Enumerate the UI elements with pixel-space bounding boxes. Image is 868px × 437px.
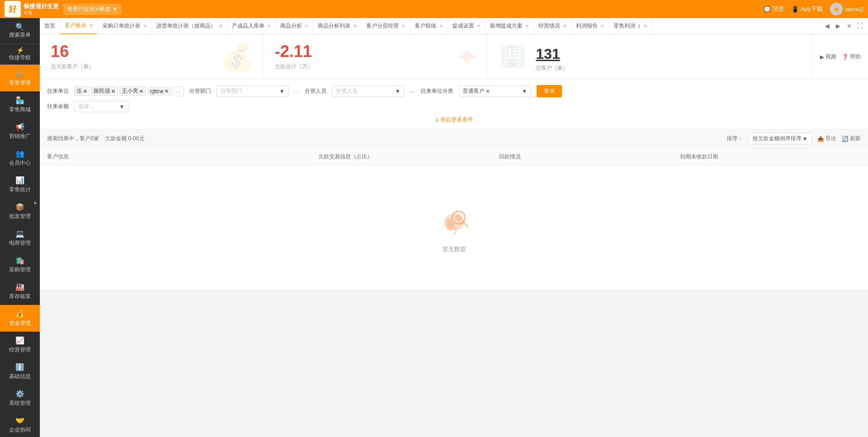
main-content: 💰 16 总欠款客户（家） ✦ -2.11 欠款合计（万）: [40, 34, 868, 437]
sidebar: 🔍 搜索菜单 ⚡ 快捷导航 🛒 零售管理 🏪 零售商城 📢 营销推广 👥: [0, 18, 40, 437]
purchase-mgmt-icon: 🛍️: [15, 256, 24, 265]
empty-text: 暂无数据: [442, 245, 466, 253]
download-btn[interactable]: 📱 App下载: [791, 5, 823, 13]
tab-close-business-status[interactable]: ✕: [563, 24, 566, 28]
tab-reminder-settings[interactable]: 提成设置 ✕: [448, 18, 485, 34]
tab-close-reminder-settings[interactable]: ✕: [477, 24, 480, 28]
unit-tag-wu-close[interactable]: ✕: [83, 88, 87, 95]
tab-close-purchase-order-stats[interactable]: ✕: [143, 24, 147, 28]
unit-tag-wang-close[interactable]: ✕: [139, 88, 144, 95]
tab-close-product-analysis-list[interactable]: ✕: [353, 24, 357, 28]
system-mgmt-icon: ⚙️: [15, 390, 24, 398]
tab-home[interactable]: 首页: [40, 18, 60, 34]
tab-stock-stats[interactable]: 进货单统计表（按商品） ✕: [152, 18, 227, 34]
tab-close-customer-balance[interactable]: ✕: [89, 23, 93, 28]
export-btn[interactable]: 📤 导出: [817, 135, 836, 142]
sidebar-item-inventory[interactable]: 🏭 库存核算: [0, 278, 40, 305]
dept-filter-select[interactable]: 分管部门 ▼: [216, 86, 289, 97]
tab-retail-profit[interactable]: 零售利润（ ✕: [609, 18, 652, 34]
tab-product-analysis[interactable]: 商品分析 ✕: [276, 18, 313, 34]
debt-bg-icon: ✦: [456, 41, 478, 73]
sidebar-search[interactable]: 🔍 搜索菜单: [0, 18, 40, 44]
video-btn[interactable]: ▶ 视频: [820, 53, 836, 61]
tab-business-status[interactable]: 经营情况 ✕: [534, 18, 571, 34]
tab-profit-report[interactable]: 利润报告 ✕: [571, 18, 609, 34]
sidebar-item-marketing[interactable]: 📢 营销推广: [0, 118, 40, 145]
sidebar-item-basic-info[interactable]: ℹ️ 基础信息: [0, 358, 40, 385]
sidebar-item-purchase-mgmt[interactable]: 🛍️ 采购管理: [0, 252, 40, 278]
collapse-btn[interactable]: ∧ 收起更多条件: [435, 116, 473, 124]
refresh-btn[interactable]: 🔄 刷新: [842, 135, 861, 142]
stat-card-total-debt: ✦ -2.11 欠款合计（万）: [264, 34, 488, 79]
tabs-close-all-btn[interactable]: ✕: [844, 22, 854, 31]
filter-row-1: 往来单位 伍 ✕ 陈民强 ✕ 王小亮: [47, 85, 861, 97]
table-col-repayment: 回款情况: [499, 153, 680, 161]
sidebar-item-ecommerce[interactable]: 💻 电商管理: [0, 225, 40, 252]
user-area[interactable]: 😊 demo2: [830, 3, 863, 15]
person-filter-dots[interactable]: ···: [410, 88, 415, 95]
unit-tag-cjttcw: cjttcw ✕: [148, 87, 171, 95]
collapse-row: ∧ 收起更多条件: [47, 116, 861, 124]
tab-customer-balance[interactable]: 客户账本 ✕: [60, 18, 98, 34]
unit-tag-wu: 伍 ✕: [74, 86, 90, 96]
unit-tag-cjttcw-close[interactable]: ✕: [164, 88, 169, 95]
tabs-expand-btn[interactable]: ⛶: [855, 22, 864, 31]
message-btn[interactable]: 💬 消息: [763, 5, 784, 13]
sidebar-item-retail-stats[interactable]: 📊 零售统计: [0, 171, 40, 198]
tab-close-product-analysis[interactable]: ✕: [305, 24, 308, 28]
help-icon: ❓: [842, 54, 849, 60]
stat-label-all-customers: 总客户（家）: [536, 64, 568, 72]
tab-close-stock-stats[interactable]: ✕: [219, 24, 222, 28]
finance-icon: 💰: [15, 309, 24, 318]
basic-info-icon: ℹ️: [15, 363, 24, 371]
retail-mall-icon: 🏪: [15, 96, 24, 104]
tab-product-instock[interactable]: 产成品入库单 ✕: [227, 18, 276, 34]
sidebar-item-operations[interactable]: 📈 经营管理: [0, 332, 40, 358]
table-header: 客户信息 欠款交易信息（占比） 回款情况 到期未收款日期: [40, 148, 868, 166]
sidebar-item-member-center[interactable]: 👥 会员中心: [0, 145, 40, 171]
sort-label: 排序：: [727, 135, 743, 142]
unit-type-filter-select[interactable]: 普通客户 ✕ ▼: [459, 86, 531, 97]
query-btn[interactable]: 查询: [537, 85, 562, 97]
refresh-icon: 🔄: [842, 136, 849, 142]
sort-select[interactable]: 按欠款金额倒序排序 ▼: [748, 133, 812, 144]
quick-nav[interactable]: ⚡ 快捷导航: [0, 44, 40, 65]
unit-type-tag-normal-close[interactable]: ✕: [485, 88, 490, 95]
dept-filter-label: 分管部门: [189, 87, 211, 95]
help-btn[interactable]: ❓ 帮助: [842, 53, 861, 61]
tab-new-reminder[interactable]: 新增提成方案 ✕: [485, 18, 534, 34]
balance-filter-select[interactable]: 选择... ▼: [74, 101, 129, 112]
unit-tags-more-btn[interactable]: ···: [173, 86, 184, 96]
tab-close-customer-segment[interactable]: ✕: [402, 24, 405, 28]
table-col-due-date: 到期未收款日期: [680, 153, 861, 161]
sidebar-item-retail-mgmt[interactable]: 🛒 零售管理: [0, 65, 40, 91]
tabs-next-btn[interactable]: ▶: [834, 22, 843, 31]
dept-filter-dots[interactable]: ···: [294, 88, 300, 95]
tab-product-analysis-list[interactable]: 商品分析列表 ✕: [313, 18, 362, 34]
table-container: 客户信息 欠款交易信息（占比） 回款情况 到期未收款日期: [40, 148, 868, 290]
tabs-prev-btn[interactable]: ◀: [823, 22, 832, 31]
unit-type-filter-label: 往来单位分类: [421, 87, 453, 95]
batch-mgmt-icon: 📦: [15, 203, 24, 211]
tab-customer-segment[interactable]: 客户分层经营 ✕: [362, 18, 410, 34]
result-actions: 排序： 按欠款金额倒序排序 ▼ 📤 导出 🔄 刷新: [727, 133, 861, 144]
tab-purchase-order-stats[interactable]: 采购订单统计表 ✕: [98, 18, 152, 34]
tab-customer-contact[interactable]: 客户联络 ✕: [410, 18, 448, 34]
tab-close-profit-report[interactable]: ✕: [600, 24, 604, 28]
sidebar-item-retail-mall[interactable]: 🏪 零售商城: [0, 91, 40, 118]
sidebar-item-batch-mgmt[interactable]: 📦 批发管理 ▶: [0, 198, 40, 225]
tab-close-retail-profit[interactable]: ✕: [643, 24, 647, 28]
sidebar-item-corp-collab[interactable]: 🤝 企业协同: [0, 412, 40, 437]
stat-label-customers: 总欠款客户（家）: [51, 63, 94, 71]
unit-type-tag-normal: 普通客户 ✕: [463, 87, 490, 95]
unit-tag-chen-close[interactable]: ✕: [111, 88, 115, 95]
tab-close-product-instock[interactable]: ✕: [267, 24, 271, 28]
sidebar-item-system-mgmt[interactable]: ⚙️ 系统管理: [0, 385, 40, 412]
tab-close-new-reminder[interactable]: ✕: [525, 24, 529, 28]
tab-close-customer-contact[interactable]: ✕: [439, 24, 443, 28]
customers-bg-icon: 💰: [221, 41, 254, 73]
account-selector[interactable]: 母婴行业演示帐套 ▼: [63, 4, 121, 15]
stats-row: 💰 16 总欠款客户（家） ✦ -2.11 欠款合计（万）: [40, 34, 868, 80]
person-filter-select[interactable]: 分管人员 ▼: [332, 86, 404, 97]
sidebar-item-finance[interactable]: 💰 资金管理: [0, 305, 40, 332]
